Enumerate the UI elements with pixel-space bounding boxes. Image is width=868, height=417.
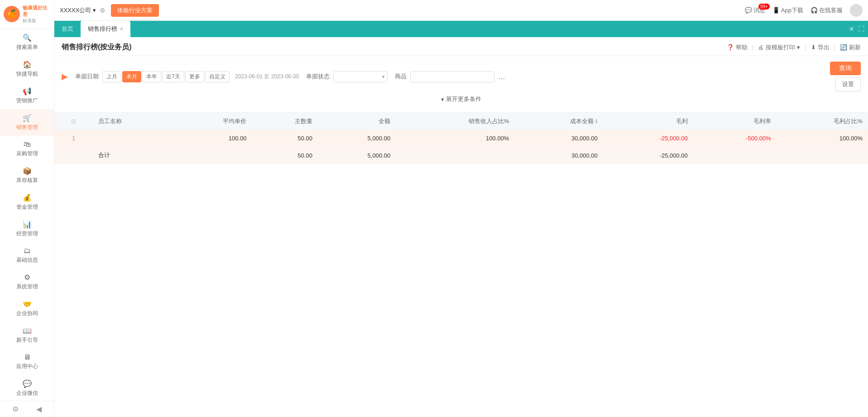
- sidebar-label: 搜索菜单: [16, 43, 38, 51]
- period-btn-上月[interactable]: 上月: [102, 71, 121, 82]
- sidebar-label: 企业协同: [16, 310, 38, 317]
- column-settings-btn[interactable]: 设置: [835, 77, 861, 91]
- tab-home[interactable]: 首页: [54, 21, 81, 37]
- period-btn-近7天[interactable]: 近7天: [162, 71, 184, 82]
- tabs-bar: 首页 销售排行榜 × ✕ ⛶: [54, 21, 868, 37]
- sidebar-item-应用中心[interactable]: 🖥应用中心: [0, 349, 54, 375]
- status-select[interactable]: [333, 71, 388, 82]
- sidebar-icon: 🛍: [24, 140, 31, 149]
- col-settings-icon[interactable]: ⚙: [71, 118, 77, 125]
- sidebar-item-新手引导[interactable]: 📖新手引导: [0, 322, 54, 349]
- sidebar-settings-icon[interactable]: ⚙: [12, 405, 19, 413]
- cell-amount: 5,000.00: [318, 130, 396, 147]
- period-btn-本月[interactable]: 本月: [122, 71, 141, 82]
- footer-cost: 30,000.00: [514, 147, 603, 164]
- topbar-settings-icon[interactable]: ⚙: [100, 7, 106, 14]
- sidebar-label: 采购管理: [16, 150, 38, 158]
- goods-input[interactable]: [410, 71, 494, 82]
- expand-more-btn[interactable]: ▾ 展开更多条件: [441, 95, 481, 103]
- cell-cost: 30,000.00: [514, 130, 603, 147]
- sidebar-label: 系统管理: [16, 283, 38, 291]
- expand-icon[interactable]: ▶: [62, 72, 68, 81]
- user-avatar[interactable]: [850, 4, 863, 17]
- help-label: 帮助: [736, 43, 748, 52]
- col-avg-price: 平均单价: [173, 113, 252, 130]
- sidebar-icon: 🖥: [24, 353, 31, 361]
- app-icon: 📱: [772, 7, 780, 14]
- col-settings: ⚙: [54, 113, 93, 130]
- online-service-btn[interactable]: 🎧 在线客服: [810, 6, 843, 14]
- sidebar-label: 应用中心: [16, 363, 38, 370]
- cost-info-icon: ℹ: [595, 118, 598, 125]
- page-title: 销售排行榜(按业务员): [62, 43, 132, 52]
- sidebar-item-搜索菜单[interactable]: 🔍搜索菜单: [0, 29, 54, 56]
- footer-row: 合计 50.00 5,000.00 30,000.00 -25,000.00: [54, 147, 868, 164]
- sidebar-item-营销推广[interactable]: 📢营销推广: [0, 82, 54, 109]
- template-print-btn[interactable]: 🖨 按模板打印 ▾: [758, 43, 800, 52]
- print-dropdown-icon: ▾: [797, 44, 800, 51]
- sidebar-icon: 🗂: [24, 247, 31, 255]
- footer-qty: 50.00: [252, 147, 317, 164]
- col-qty: 主数量: [252, 113, 317, 130]
- sidebar-item-快捷导航[interactable]: 🏠快捷导航: [0, 56, 54, 82]
- footer-empty: [54, 147, 93, 164]
- sidebar-item-企业微信[interactable]: 💬企业微信: [0, 375, 54, 401]
- filter-expand-btn[interactable]: ▶: [62, 72, 68, 81]
- trial-btn[interactable]: 体验行业方案: [111, 4, 159, 17]
- footer-amount: 5,000.00: [318, 147, 396, 164]
- data-table: ⚙ 员工名称 平均单价 主数量 全额 销售收入占比% 成本全额 ℹ 毛利 毛利率…: [54, 113, 868, 164]
- col-cost: 成本全额 ℹ: [514, 113, 603, 130]
- help-icon: ❓: [727, 44, 734, 51]
- filter-status: 单据状态: [306, 71, 388, 82]
- period-btn-自定义[interactable]: 自定义: [205, 71, 230, 82]
- page-header: 销售排行榜(按业务员) ❓ 帮助 | 🖨 按模板打印 ▾ | ⬇: [54, 37, 868, 56]
- app-download-btn[interactable]: 📱 App下载: [772, 6, 803, 14]
- sidebar-label: 库存核算: [16, 177, 38, 184]
- logo-icon: 🍊: [4, 6, 20, 22]
- tab-sales-ranking[interactable]: 销售排行榜 ×: [81, 21, 130, 37]
- sidebar-item-经营管理[interactable]: 📊经营管理: [0, 216, 54, 242]
- sidebar-icon: ⚙: [24, 273, 30, 282]
- query-area: 查询 设置: [830, 62, 861, 91]
- export-btn[interactable]: ⬇ 导出: [811, 43, 830, 52]
- period-btn-更多[interactable]: 更多: [185, 71, 204, 82]
- col-amount: 全额: [318, 113, 396, 130]
- cell-gross-pct: 100.00%: [777, 130, 868, 147]
- logo-sub: 标准版: [23, 18, 50, 24]
- message-btn[interactable]: 💬 消息 99+: [745, 6, 765, 14]
- message-badge: 99+: [758, 4, 770, 10]
- sidebar-icon: 🔍: [23, 34, 32, 42]
- sidebar-collapse-icon[interactable]: ◀: [36, 405, 42, 413]
- goods-more-icon[interactable]: ...: [498, 72, 505, 81]
- table-footer: 合计 50.00 5,000.00 30,000.00 -25,000.00: [54, 147, 868, 164]
- print-icon: 🖨: [758, 44, 764, 51]
- tab-close-icon[interactable]: ×: [120, 26, 123, 32]
- sidebar-item-系统管理[interactable]: ⚙系统管理: [0, 268, 54, 295]
- tabs-expand-icon[interactable]: ⛶: [858, 25, 864, 33]
- sidebar-label: 销售管理: [16, 124, 38, 131]
- cell-rank: 1: [54, 130, 93, 147]
- sidebar-label: 快捷导航: [16, 70, 38, 78]
- sidebar-item-基础信息[interactable]: 🗂基础信息: [0, 242, 54, 268]
- period-range: 2023-06-01 至 2023-06-30: [235, 73, 299, 81]
- sidebar-item-采购管理[interactable]: 🛍采购管理: [0, 136, 54, 162]
- period-btn-本年[interactable]: 本年: [142, 71, 161, 82]
- sep3: |: [834, 44, 835, 51]
- sidebar-label: 新手引导: [16, 336, 38, 344]
- refresh-btn[interactable]: 🔄 刷新: [840, 43, 861, 52]
- sidebar-item-销售管理[interactable]: 🛒销售管理: [0, 109, 54, 136]
- footer-label: 合计: [93, 147, 173, 164]
- footer-gross: -25,000.00: [603, 147, 693, 164]
- filter-area: ▶ 单据日期 上月本月本年近7天更多自定义 2023-06-01 至 2023-…: [54, 56, 868, 113]
- help-btn[interactable]: ❓ 帮助: [727, 43, 748, 52]
- sidebar-item-资金管理[interactable]: 💰资金管理: [0, 189, 54, 216]
- tabs-close-all-icon[interactable]: ✕: [849, 25, 854, 33]
- filter-goods: 商品 ...: [395, 71, 505, 82]
- company-selector[interactable]: XXXXX公司 ▾: [60, 6, 96, 14]
- sidebar-item-企业协同[interactable]: 🤝企业协同: [0, 295, 54, 322]
- sidebar-item-库存核算[interactable]: 📦库存核算: [0, 162, 54, 189]
- company-dropdown-icon: ▾: [93, 7, 96, 14]
- sidebar-footer: ⚙ ◀: [0, 401, 54, 417]
- query-btn[interactable]: 查询: [830, 62, 861, 75]
- period-buttons: 上月本月本年近7天更多自定义: [102, 71, 230, 82]
